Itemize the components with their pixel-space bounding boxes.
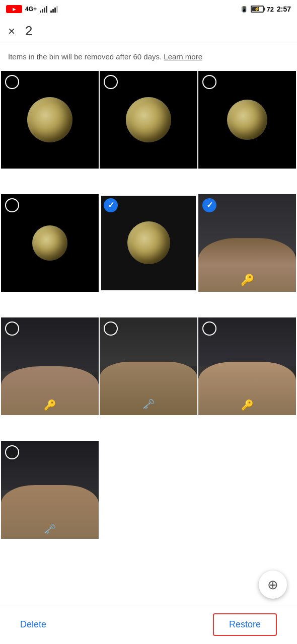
info-text: Items in the bin will be removed after 6… xyxy=(8,52,162,61)
network-label: 4G+ xyxy=(25,6,37,13)
signal-bars-1 xyxy=(40,6,47,13)
bottom-bar: Delete Restore xyxy=(0,605,297,644)
selection-count: 2 xyxy=(25,23,32,39)
select-circle-checked[interactable] xyxy=(104,198,118,212)
photo-cell[interactable]: 🔑 xyxy=(198,317,296,415)
status-right: 📳 ⚡ 72 2:57 xyxy=(241,5,291,13)
empty-cell xyxy=(100,441,197,539)
moon-visual xyxy=(127,221,170,264)
select-circle-checked[interactable] xyxy=(202,198,216,212)
photo-cell[interactable]: 🗝️ xyxy=(1,441,99,539)
photo-cell[interactable] xyxy=(1,71,99,169)
battery-lightning: ⚡ xyxy=(254,7,260,12)
select-circle[interactable] xyxy=(5,75,19,89)
moon-visual xyxy=(126,97,171,142)
youtube-icon xyxy=(6,5,22,13)
vibrate-icon: 📳 xyxy=(241,6,248,13)
top-bar: × 2 xyxy=(0,18,297,44)
zoom-fab-button[interactable]: ⊕ xyxy=(259,571,287,599)
learn-more-link[interactable]: Learn more xyxy=(164,52,202,61)
info-bar: Items in the bin will be removed after 6… xyxy=(0,44,297,70)
close-button[interactable]: × xyxy=(8,25,15,37)
battery-icon: ⚡ xyxy=(251,6,264,13)
moon-visual xyxy=(227,100,267,140)
photo-cell-selected[interactable] xyxy=(100,194,197,292)
empty-cell xyxy=(198,441,296,539)
photo-cell[interactable] xyxy=(1,194,99,292)
status-bar: 4G+ 📳 ⚡ 72 2:57 xyxy=(0,0,297,18)
photo-cell[interactable] xyxy=(100,71,197,169)
status-left: 4G+ xyxy=(6,5,58,13)
moon-visual xyxy=(27,97,72,142)
moon-visual xyxy=(32,225,67,261)
restore-button[interactable]: Restore xyxy=(213,613,277,636)
photo-cell[interactable]: 🔑 xyxy=(1,317,99,415)
select-circle[interactable] xyxy=(5,445,19,459)
battery-percentage: 72 xyxy=(267,6,274,13)
select-circle[interactable] xyxy=(104,75,118,89)
select-circle[interactable] xyxy=(5,198,19,212)
time-display: 2:57 xyxy=(277,5,291,13)
select-circle[interactable] xyxy=(202,75,216,89)
signal-bars-2 xyxy=(50,6,58,13)
photo-cell-selected[interactable]: 🔑 xyxy=(198,194,296,292)
zoom-icon: ⊕ xyxy=(267,577,278,593)
photo-grid: 🔑 🔑 🗝️ 🔑 xyxy=(0,70,297,565)
delete-button[interactable]: Delete xyxy=(20,619,46,630)
photo-cell[interactable] xyxy=(198,71,296,169)
photo-cell[interactable]: 🗝️ xyxy=(100,317,197,415)
fab-container: ⊕ xyxy=(0,565,297,605)
